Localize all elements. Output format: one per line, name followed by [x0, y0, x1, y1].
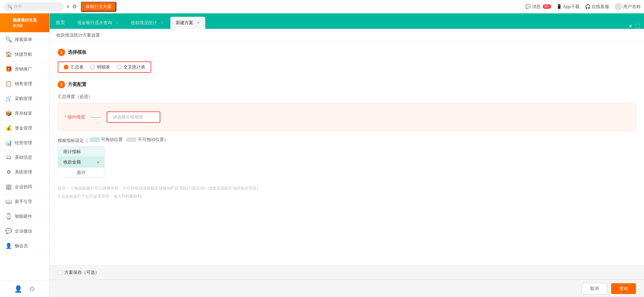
- service-item[interactable]: 🎧 在线客服: [585, 4, 609, 10]
- smart-hw-icon: ⌚: [5, 213, 12, 219]
- sidebar-item-search-menu[interactable]: 🔍 搜索菜单: [0, 32, 49, 47]
- service-label: 在线客服: [592, 4, 609, 10]
- download-item[interactable]: 📱 App下载: [556, 4, 580, 10]
- tab-bar: 首页 现金银行流水查询 ✕ 收款情况统计 ✕ 新建方案 ✕ ✕ ⛶: [50, 13, 644, 29]
- sidebar-item-basic-info[interactable]: 🗂 基础信息: [0, 150, 49, 165]
- inventory-icon: 📦: [5, 110, 12, 116]
- operation-icon: 📊: [5, 140, 12, 146]
- member-icon: 👤: [5, 243, 12, 249]
- sales-icon: 📋: [5, 81, 12, 87]
- tab-home-label: 首页: [56, 20, 65, 26]
- save-label: 方案保存（可选）: [64, 269, 99, 276]
- tab-maximize-icon[interactable]: ⛶: [635, 23, 640, 29]
- sidebar-bottom-icon2[interactable]: ⚙: [29, 285, 35, 293]
- sidebar-logo: 畅捷通好生意 标准版: [0, 13, 49, 32]
- download-icon: 📱: [556, 4, 562, 9]
- sidebar-item-system[interactable]: ⚙ 系统管理: [0, 165, 49, 180]
- basic-info-icon: 🗂: [5, 154, 12, 160]
- radio-cross-circle[interactable]: [117, 65, 121, 69]
- radio-detail[interactable]: 明细表: [90, 64, 110, 70]
- marketing-icon: 🎁: [5, 66, 12, 72]
- page-content: 收款情况统计方案设置 1 选择模板 汇总表: [50, 29, 644, 280]
- tab-close-all-icon[interactable]: ✕: [629, 23, 633, 29]
- settings-icon[interactable]: ⚙: [72, 3, 77, 10]
- hints: 提示： 1.拖动标题栏可以调整布局，不可跨维度或指标区域拖动栏目字段(只能在同一…: [58, 184, 636, 200]
- dimension-area: * 纵向维度 —— 请选择分组维度: [58, 103, 636, 131]
- message-label: 消息: [532, 4, 541, 10]
- guide-icon: 📖: [5, 198, 12, 205]
- dimension-select[interactable]: 请选择分组维度: [107, 111, 160, 123]
- message-icon: 💬: [525, 4, 531, 9]
- section-template: 1 选择模板 汇总表 明细表: [58, 49, 636, 73]
- sidebar-item-enterprise[interactable]: 🏢 企业协同: [0, 180, 49, 194]
- search-icon: 🔍: [7, 4, 12, 9]
- form-area: 1 选择模板 汇总表 明细表: [50, 42, 644, 265]
- sidebar-label-system: 系统管理: [15, 169, 32, 175]
- search-bar[interactable]: 🔍 搜索: [3, 2, 64, 11]
- tab-new-plan-label: 新建方案: [176, 20, 193, 26]
- section1-header: 1 选择模板: [58, 49, 636, 56]
- dropdown-icon[interactable]: ▾: [66, 3, 69, 10]
- tab-home[interactable]: 首页: [50, 17, 70, 29]
- top-bar-right: 💬 消息 99+ 📱 App下载 🎧 在线客服 用户名称: [525, 3, 641, 10]
- bottom-bar: 取消 查询: [50, 280, 644, 297]
- sidebar-label-smart-hw: 智能硬件: [15, 213, 32, 219]
- sidebar-label-inventory: 库存核算: [15, 110, 32, 116]
- cancel-button[interactable]: 取消: [582, 283, 607, 294]
- dimension-arrow: ——: [91, 114, 101, 120]
- metrics-col2: 合计: [58, 167, 104, 178]
- metrics-col1-chevron: ▾: [97, 160, 99, 164]
- legend-drag: 可拖动位置: [90, 137, 123, 143]
- sidebar-label-purchase: 采购管理: [15, 96, 32, 102]
- tab-bank-flow-close[interactable]: ✕: [115, 20, 119, 25]
- sidebar-bottom-icon1[interactable]: 👤: [14, 285, 22, 293]
- vertical-dimension-label: * 纵向维度: [65, 114, 85, 120]
- radio-summary[interactable]: 汇总表: [64, 64, 84, 70]
- radio-detail-label: 明细表: [97, 64, 110, 70]
- template-select-box: 汇总表 明细表 交叉统计表: [58, 61, 151, 73]
- sidebar-item-marketing[interactable]: 🎁 营销推广: [0, 62, 49, 77]
- enterprise-icon: 🏢: [5, 184, 12, 190]
- save-checkbox[interactable]: [58, 270, 62, 275]
- message-item[interactable]: 💬 消息 99+: [525, 4, 551, 10]
- sidebar-label-search-menu: 搜索菜单: [15, 37, 32, 43]
- radio-cross-label: 交叉统计表: [123, 64, 145, 70]
- sidebar-item-smart-hw[interactable]: ⌚ 智能硬件: [0, 209, 49, 224]
- metrics-header: 模板指标设定（ 可拖动位置 不可拖动位置）: [58, 137, 636, 144]
- sidebar-label-marketing: 营销推广: [15, 66, 32, 72]
- sidebar-item-inventory[interactable]: 📦 库存核算: [0, 106, 49, 121]
- dimension-placeholder: 请选择分组维度: [113, 114, 143, 119]
- top-bar: 🔍 搜索 ▾ ⚙ 体验行业方案 💬 消息 99+ 📱 App下载 🎧 在线客服 …: [0, 0, 644, 13]
- user-item[interactable]: 用户名称: [614, 3, 641, 10]
- section1-title: 选择模板: [68, 49, 87, 55]
- trial-button[interactable]: 体验行业方案: [81, 2, 116, 12]
- sidebar-item-purchase[interactable]: 🛒 采购管理: [0, 91, 49, 106]
- radio-summary-circle[interactable]: [64, 65, 68, 69]
- sidebar-item-quick-nav[interactable]: 🏠 快捷导航: [0, 47, 49, 62]
- sidebar: 畅捷通好生意 标准版 🔍 搜索菜单 🏠 快捷导航 🎁 营销推广 📋 销售管理 🛒…: [0, 13, 50, 297]
- query-button[interactable]: 查询: [611, 283, 636, 294]
- radio-detail-circle[interactable]: [90, 65, 95, 69]
- radio-cross[interactable]: 交叉统计表: [117, 64, 145, 70]
- tab-collection-stats-label: 收款情况统计: [131, 20, 157, 26]
- tab-bank-flow[interactable]: 现金银行流水查询 ✕: [72, 17, 124, 29]
- metrics-col1[interactable]: 收款金额 ▾: [58, 157, 104, 167]
- section-config: 2 方案配置 汇总维度（必选） * 纵向维度 —— 请选择分组维度: [58, 81, 636, 200]
- user-name: 用户名称: [623, 4, 641, 10]
- sidebar-item-operation[interactable]: 📊 经营管理: [0, 136, 49, 150]
- tab-new-plan[interactable]: 新建方案 ✕: [170, 17, 205, 29]
- sidebar-label-guide: 新手引导: [15, 199, 32, 205]
- sidebar-item-member[interactable]: 👤 畅会员: [0, 239, 49, 253]
- tab-new-plan-close[interactable]: ✕: [197, 20, 200, 25]
- sidebar-item-wechat[interactable]: 💬 企业微信: [0, 224, 49, 239]
- sidebar-item-guide[interactable]: 📖 新手引导: [0, 194, 49, 209]
- sidebar-item-finance[interactable]: 💰 资金管理: [0, 121, 49, 136]
- tab-collection-stats[interactable]: 收款情况统计 ✕: [125, 17, 169, 29]
- page-breadcrumb: 收款情况统计方案设置: [50, 29, 644, 42]
- sidebar-label-quick-nav: 快捷导航: [15, 51, 32, 57]
- dimension-row: * 纵向维度 —— 请选择分组维度: [65, 111, 629, 123]
- sidebar-item-sales[interactable]: 📋 销售管理: [0, 77, 49, 91]
- radio-summary-label: 汇总表: [70, 64, 84, 70]
- tab-collection-stats-close[interactable]: ✕: [160, 20, 164, 25]
- system-icon: ⚙: [5, 169, 12, 175]
